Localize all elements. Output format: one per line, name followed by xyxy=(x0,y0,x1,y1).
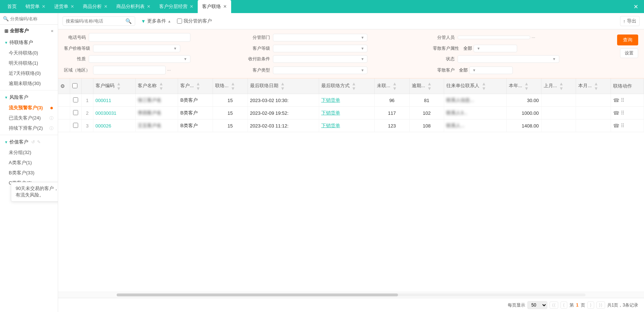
tab-sales[interactable]: 销货单 ✕ xyxy=(21,0,50,13)
sidebar-collapse-icon[interactable]: « xyxy=(51,28,53,33)
row1-more-icon[interactable]: ⠿ xyxy=(621,97,624,103)
dept-select[interactable]: ▼ xyxy=(273,34,367,41)
tab-customer-segment[interactable]: 客户分层经营 ✕ xyxy=(155,0,198,13)
horizontal-scrollbar[interactable] xyxy=(58,292,644,298)
window-close-icon[interactable]: ✕ xyxy=(631,3,641,10)
region-more-icon[interactable]: ··· xyxy=(167,68,171,73)
search-input[interactable] xyxy=(66,19,124,24)
row2-code[interactable]: 00030031 xyxy=(93,107,136,119)
col-code-sort-icon[interactable]: ▲▼ xyxy=(116,81,121,91)
row3-type: B类客户 xyxy=(178,119,213,132)
region-input[interactable] xyxy=(93,66,166,74)
row2-uc-blurred: 联系人3... xyxy=(446,110,467,116)
sidebar-item-class-b[interactable]: B类客户(33) xyxy=(0,168,58,178)
value-refresh-icon[interactable]: ↺ xyxy=(31,139,35,145)
tab-customer-link[interactable]: 客户联络 ✕ xyxy=(198,0,231,13)
close-customer-link-icon[interactable]: ✕ xyxy=(223,4,227,9)
select-all-checkbox[interactable] xyxy=(72,83,77,88)
prev-page-btn[interactable]: ⟨ xyxy=(560,301,567,309)
row3-check[interactable] xyxy=(73,123,78,128)
row1-code[interactable]: 000011 xyxy=(93,94,136,107)
nature-select[interactable]: ▼ xyxy=(89,55,190,63)
row2-contact-icon[interactable]: ☎ xyxy=(613,110,619,116)
col-lm-sort-icon[interactable]: ▲▼ xyxy=(559,81,564,91)
my-customers-checkbox[interactable] xyxy=(177,19,182,24)
churned-info-icon[interactable]: ⓘ xyxy=(49,116,53,121)
scrollbar-thumb[interactable] xyxy=(117,293,398,296)
section-risk-title[interactable]: ▼ 风险客户 xyxy=(0,92,58,103)
tab-purchase[interactable]: 进货单 ✕ xyxy=(50,0,79,13)
col-name-sort-icon[interactable]: ▲▼ xyxy=(159,81,164,91)
sidebar-item-today[interactable]: 今天待联络(0) xyxy=(0,48,58,58)
tab-home[interactable]: 首页 xyxy=(3,0,21,13)
last-page-btn[interactable]: ⟩⟩ xyxy=(596,301,605,309)
close-analysis-list-icon[interactable]: ✕ xyxy=(147,4,150,9)
more-conditions-btn[interactable]: ▼ 更多条件 ▲ xyxy=(138,16,174,26)
status-select[interactable]: ▼ xyxy=(458,55,559,63)
row1-check[interactable] xyxy=(73,97,78,102)
close-sales-icon[interactable]: ✕ xyxy=(42,4,45,9)
sidebar-item-churn-warning[interactable]: 流失预警客户(3) ● xyxy=(0,103,58,113)
col-lcd-sort-icon[interactable]: ▲▼ xyxy=(280,81,285,91)
row2-lcm-link[interactable]: 下销货单 xyxy=(321,110,340,116)
sidebar-item-overdue[interactable]: 逾期未联络(30) xyxy=(0,78,58,89)
col-ty-sort-icon[interactable]: ▲▼ xyxy=(524,81,529,91)
col-uc-sort-icon[interactable]: ▲▼ xyxy=(482,81,486,91)
settings-button[interactable]: 设置 xyxy=(620,48,638,58)
customer-tier-select[interactable]: ▼ xyxy=(273,45,367,52)
col-name-label: 客户名称 xyxy=(138,83,157,88)
col-contact-label: 联络... xyxy=(215,83,229,88)
col-od-sort-icon[interactable]: ▲▼ xyxy=(427,81,432,91)
per-page-select[interactable]: 50 20 100 xyxy=(527,301,547,309)
export-button[interactable]: ↑ 导出 xyxy=(620,16,640,26)
sidebar-item-declining[interactable]: 持续下滑客户(2) ⓘ xyxy=(0,123,58,133)
my-customers-checkbox-label[interactable]: 我分管的客户 xyxy=(177,18,212,24)
row2-check[interactable] xyxy=(73,110,78,115)
payment-select[interactable]: ▼ xyxy=(273,55,367,63)
row3-code[interactable]: 000026 xyxy=(93,119,136,132)
table-settings-gear-icon[interactable]: ⚙ xyxy=(60,83,65,89)
sidebar-all-customers[interactable]: ⊞ 全部客户 « xyxy=(0,25,58,37)
person-more-icon[interactable]: ··· xyxy=(532,35,535,40)
col-last-contact-date: 最后联络日期 ▲▼ xyxy=(247,78,319,94)
row1-lcm-link[interactable]: 下销货单 xyxy=(321,97,340,103)
next-page-btn[interactable]: ⟩ xyxy=(587,301,594,309)
scattered-attr-select[interactable]: ▼ xyxy=(474,45,517,52)
price-tier-select[interactable]: ▼ xyxy=(93,45,180,52)
close-purchase-icon[interactable]: ✕ xyxy=(71,4,74,9)
close-analysis-icon[interactable]: ✕ xyxy=(104,4,108,9)
declining-info-icon[interactable]: ⓘ xyxy=(49,126,53,131)
tab-analysis[interactable]: 商品分析 ✕ xyxy=(79,0,112,13)
col-checkbox xyxy=(70,78,81,94)
triangle-risk-icon: ▼ xyxy=(4,96,8,100)
col-lcm-sort-icon[interactable]: ▲▼ xyxy=(351,81,356,91)
row1-contact-icon[interactable]: ☎ xyxy=(613,97,619,103)
row3-lcm-link[interactable]: 下销货单 xyxy=(321,123,340,128)
person-select[interactable] xyxy=(458,36,530,39)
tab-analysis-list[interactable]: 商品分析列表 ✕ xyxy=(112,0,155,13)
section-value-title[interactable]: ▼ 价值客户 ↺ ✎ xyxy=(0,137,58,147)
col-type-sort-icon[interactable]: ▲▼ xyxy=(196,81,201,91)
phone-input[interactable] xyxy=(89,33,190,42)
scattered-select[interactable]: ▼ xyxy=(469,66,513,74)
query-button[interactable]: 查询 xyxy=(617,35,638,45)
col-nc-sort-icon[interactable]: ▲▼ xyxy=(392,81,397,91)
first-page-btn[interactable]: ⟨⟨ xyxy=(550,301,558,309)
row2-more-icon[interactable]: ⠿ xyxy=(621,110,624,116)
col-contact-sort-icon[interactable]: ▲▼ xyxy=(230,81,235,91)
customer-type-select[interactable]: ▼ xyxy=(273,66,367,74)
row3-contact-icon[interactable]: ☎ xyxy=(613,123,619,129)
section-pending-title[interactable]: ▼ 待联络客户 xyxy=(0,37,58,48)
sidebar-item-class-a[interactable]: A类客户(1) xyxy=(0,158,58,168)
close-customer-segment-icon[interactable]: ✕ xyxy=(190,4,193,9)
sidebar-item-7days[interactable]: 近7天待联络(0) xyxy=(0,68,58,78)
value-edit-icon[interactable]: ✎ xyxy=(37,139,41,145)
sidebar-item-tomorrow[interactable]: 明天待联络(1) xyxy=(0,58,58,68)
search-submit-icon[interactable]: 🔍 xyxy=(125,18,132,24)
sidebar-item-churned[interactable]: 已流失客户(24) ⓘ xyxy=(0,113,58,123)
row3-more-icon[interactable]: ⠿ xyxy=(621,123,624,129)
col-tm-sort-icon[interactable]: ▲▼ xyxy=(594,81,599,91)
sidebar-search-input[interactable] xyxy=(10,16,58,21)
sidebar-item-unclassified[interactable]: 未分组(32) xyxy=(0,147,58,158)
row1-uc-blurred: 联系人信息... xyxy=(446,97,474,103)
